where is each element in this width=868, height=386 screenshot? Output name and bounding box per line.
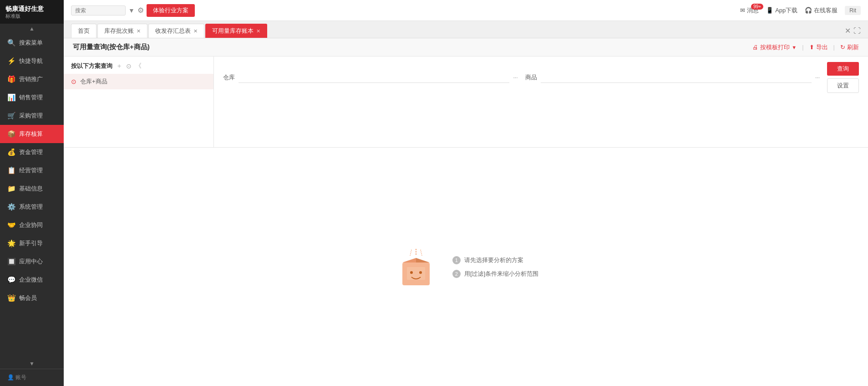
query-button[interactable]: 查询 xyxy=(827,62,859,76)
export-icon: ⬆ xyxy=(809,44,814,51)
sidebar-item-purchase[interactable]: 🛒 采购管理 xyxy=(0,107,64,125)
quicknav-icon: ⚡ xyxy=(7,57,15,65)
tabs-bar: 首页 库存批次账 ✕ 收发存汇总表 ✕ 可用量库存账本 ✕ ✕ ⛶ xyxy=(64,21,868,38)
tab-collect-summary-label: 收发存汇总表 xyxy=(155,27,191,35)
sidebar-item-enterprise[interactable]: 🤝 企业协同 xyxy=(0,216,64,234)
enterprise-icon: 🤝 xyxy=(7,221,15,229)
scheme-item-warehouse-product[interactable]: ⊙ 仓库+商品 xyxy=(64,74,213,89)
message-button[interactable]: ✉ 消息 99+ xyxy=(740,6,759,15)
svg-rect-3 xyxy=(407,267,425,280)
page-title-bar: 可用量查询(按仓库+商品) 🖨 按模板打印 ▼ | ⬆ 导出 | ↻ 刷新 xyxy=(64,38,868,57)
tab-batch-account-close[interactable]: ✕ xyxy=(137,28,141,34)
sidebar-item-system[interactable]: ⚙️ 系统管理 xyxy=(0,198,64,216)
sidebar-label-purchase: 采购管理 xyxy=(19,112,43,120)
sidebar-item-sales[interactable]: 📊 销售管理 xyxy=(0,88,64,107)
app-version: 标准版 xyxy=(5,13,58,19)
print-dropdown-icon[interactable]: ▼ xyxy=(792,45,797,50)
sidebar-footer[interactable]: 👤 账号 xyxy=(0,369,64,386)
refresh-label: 刷新 xyxy=(847,43,859,51)
main-area: ▼ ⚙ 体验行业方案 ✉ 消息 99+ 📱 App下载 🎧 在线客服 Rit xyxy=(64,0,868,386)
sidebar-item-finance[interactable]: 💰 资金管理 xyxy=(0,143,64,161)
tab-available-ledger[interactable]: 可用量库存账本 ✕ xyxy=(205,24,267,38)
user-area[interactable]: Rit xyxy=(845,6,861,15)
refresh-button[interactable]: ↻ 刷新 xyxy=(840,43,859,51)
warehouse-input[interactable] xyxy=(239,72,509,83)
sidebar-items: 🔍 搜索菜单 ⚡ 快捷导航 🎁 营销推广 📊 销售管理 🛒 采购管理 📦 库存核… xyxy=(0,34,64,359)
dropdown-icon[interactable]: ▼ xyxy=(128,7,135,14)
query-sidebar: 按以下方案查询 ＋ ⊙ 《 ⊙ 仓库+商品 xyxy=(64,57,214,147)
empty-step-1: 1 请先选择要分析的方案 xyxy=(452,256,538,264)
sidebar-header: 畅康通好生意 标准版 xyxy=(0,0,64,24)
svg-line-7 xyxy=(410,250,411,256)
filter-area: 仓库 ··· 商品 ··· 查询 设置 xyxy=(214,57,868,147)
empty-illustration xyxy=(393,244,439,290)
tab-collect-summary-close[interactable]: ✕ xyxy=(193,28,198,34)
export-button[interactable]: ⬆ 导出 xyxy=(809,43,828,51)
sidebar-item-marketing[interactable]: 🎁 营销推广 xyxy=(0,70,64,88)
newuser-icon: 🌟 xyxy=(7,239,15,247)
finance-icon: 💰 xyxy=(7,148,15,156)
sidebar-scroll-up[interactable]: ▲ xyxy=(0,24,64,34)
message-badge: 99+ xyxy=(751,4,763,10)
svg-point-5 xyxy=(419,271,422,274)
action-separator-2: | xyxy=(833,44,835,51)
online-service-button[interactable]: 🎧 在线客服 xyxy=(805,6,838,15)
sidebar-item-operation[interactable]: 📋 经营管理 xyxy=(0,161,64,180)
breadcrumb-area: ▼ ⚙ 体验行业方案 xyxy=(71,4,736,17)
print-button[interactable]: 🖨 按模板打印 ▼ xyxy=(752,43,797,51)
svg-point-4 xyxy=(410,271,413,274)
sidebar-label-entweixin: 企业微信 xyxy=(19,276,43,284)
empty-step-2: 2 用[过滤]条件来缩小分析范围 xyxy=(452,270,538,278)
query-sidebar-header: 按以下方案查询 ＋ ⊙ 《 xyxy=(64,62,213,70)
app-download-label: App下载 xyxy=(775,6,797,15)
product-input[interactable] xyxy=(541,72,812,83)
product-more-button[interactable]: ··· xyxy=(815,74,820,81)
sidebar-label-search: 搜索菜单 xyxy=(19,39,43,47)
warehouse-more-button[interactable]: ··· xyxy=(513,74,518,81)
gear-icon[interactable]: ⚙ xyxy=(137,6,144,15)
warehouse-filter-field: 仓库 ··· xyxy=(223,72,518,83)
sidebar-label-quicknav: 快捷导航 xyxy=(19,57,43,65)
tab-home[interactable]: 首页 xyxy=(71,24,96,38)
sales-icon: 📊 xyxy=(7,93,15,102)
svg-marker-2 xyxy=(416,258,430,262)
step-1-text: 请先选择要分析的方案 xyxy=(464,256,523,264)
top-right-area: ✉ 消息 99+ 📱 App下载 🎧 在线客服 Rit xyxy=(740,6,861,15)
setting-button[interactable]: 设置 xyxy=(827,78,859,93)
message-icon: ✉ xyxy=(740,7,745,14)
maximize-tab-button[interactable]: ⛶ xyxy=(853,27,861,35)
sidebar-item-quicknav[interactable]: ⚡ 快捷导航 xyxy=(0,52,64,70)
manage-scheme-button[interactable]: ⊙ xyxy=(126,62,132,70)
sidebar-item-newuser[interactable]: 🌟 新手引导 xyxy=(0,234,64,252)
sidebar-item-basic[interactable]: 📁 基础信息 xyxy=(0,180,64,198)
search-icon: 🔍 xyxy=(7,39,15,47)
trial-industry-button[interactable]: 体验行业方案 xyxy=(147,4,195,17)
svg-line-8 xyxy=(421,250,422,256)
sidebar-item-search[interactable]: 🔍 搜索菜单 xyxy=(0,34,64,52)
collapse-sidebar-button[interactable]: 《 xyxy=(135,62,142,70)
member-icon: 👑 xyxy=(7,294,15,302)
breadcrumb-input[interactable] xyxy=(71,5,126,15)
app-download-button[interactable]: 📱 App下载 xyxy=(766,6,797,15)
entweixin-icon: 💬 xyxy=(7,276,15,284)
query-sidebar-title: 按以下方案查询 xyxy=(71,62,112,70)
sidebar-item-member[interactable]: 👑 畅会员 xyxy=(0,289,64,307)
sidebar-scroll-down[interactable]: ▼ xyxy=(0,359,64,369)
refresh-icon: ↻ xyxy=(840,44,845,51)
sidebar-item-inventory[interactable]: 📦 库存核算 xyxy=(0,125,64,143)
tab-collect-summary[interactable]: 收发存汇总表 ✕ xyxy=(148,24,204,38)
product-filter-field: 商品 ··· xyxy=(525,72,820,83)
action-separator-1: | xyxy=(802,44,803,51)
filter-actions: 查询 设置 xyxy=(827,62,859,93)
tab-available-ledger-close[interactable]: ✕ xyxy=(256,28,260,34)
sidebar-item-entweixin[interactable]: 💬 企业微信 xyxy=(0,271,64,289)
content-area: 可用量查询(按仓库+商品) 🖨 按模板打印 ▼ | ⬆ 导出 | ↻ 刷新 xyxy=(64,38,868,386)
tab-batch-account[interactable]: 库存批次账 ✕ xyxy=(97,24,147,38)
sidebar-label-basic: 基础信息 xyxy=(19,185,43,193)
add-scheme-button[interactable]: ＋ xyxy=(116,62,122,70)
sidebar-label-system: 系统管理 xyxy=(19,203,43,211)
close-tab-button[interactable]: ✕ xyxy=(845,26,851,35)
page-actions: 🖨 按模板打印 ▼ | ⬆ 导出 | ↻ 刷新 xyxy=(752,43,859,51)
sidebar-item-appcenter[interactable]: 🔲 应用中心 xyxy=(0,252,64,271)
headset-icon: 🎧 xyxy=(805,7,812,14)
